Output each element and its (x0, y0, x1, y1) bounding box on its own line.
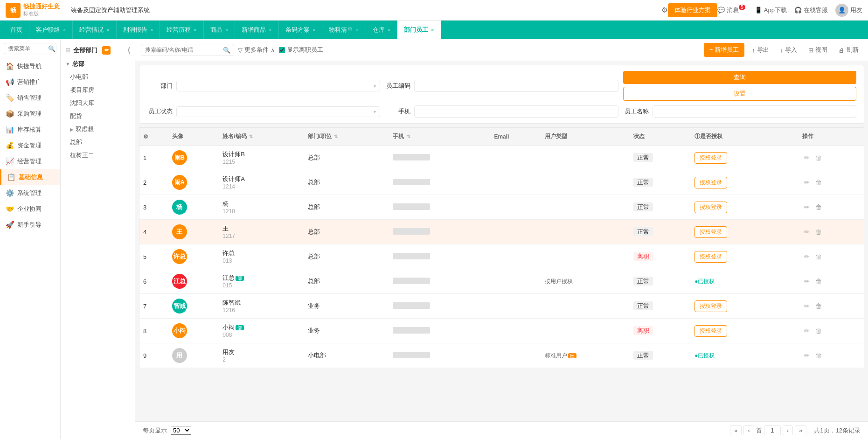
close-icon[interactable]: × (388, 27, 390, 33)
tab-new-product[interactable]: 新增商品 × (235, 21, 278, 39)
employee-code-input[interactable] (414, 80, 618, 92)
close-icon[interactable]: × (269, 27, 271, 33)
next-page-btn[interactable]: › (783, 425, 793, 435)
tree-item-zongbu-child[interactable]: 总部 (61, 136, 135, 149)
employee-name-input[interactable] (653, 105, 856, 118)
sidebar-item-system[interactable]: ⚙️ 系统管理 (0, 185, 60, 201)
tab-department[interactable]: 部门员工 × (397, 21, 441, 39)
gear-button[interactable]: ⚙ (661, 6, 668, 14)
add-employee-btn[interactable]: + 新增员工 (704, 43, 744, 57)
import-btn[interactable]: ↓ 导入 (777, 43, 801, 56)
close-icon[interactable]: × (150, 27, 153, 33)
delete-btn[interactable]: 🗑 (813, 277, 824, 286)
phone-input[interactable] (414, 105, 618, 118)
edit-btn[interactable]: ✏ (802, 252, 812, 261)
app-download-action[interactable]: 📱 App下载 (755, 6, 787, 14)
show-resigned-label[interactable]: 显示离职员工 (279, 46, 323, 54)
delete-btn[interactable]: 🗑 (813, 227, 824, 237)
auth-login-btn[interactable]: 授权登录 (694, 202, 727, 213)
cell-dept: 业务 (304, 294, 389, 319)
online-service-action[interactable]: 🎧 在线客服 (794, 6, 828, 14)
edit-btn[interactable]: ✏ (802, 277, 812, 286)
tab-barcode[interactable]: 条码方案 × (279, 21, 322, 39)
auth-login-btn[interactable]: 授权登录 (694, 177, 727, 188)
auth-login-btn[interactable]: 授权登录 (694, 325, 727, 337)
view-btn[interactable]: ⊞ 视图 (805, 43, 831, 56)
close-icon[interactable]: × (194, 27, 196, 33)
tree-group-zongbu[interactable]: ▼ 总部 (61, 57, 135, 70)
user-action[interactable]: 👤 用友 (835, 4, 862, 17)
set-btn[interactable]: 设置 (623, 87, 856, 101)
delete-btn[interactable]: 🗑 (813, 326, 824, 335)
auth-login-btn[interactable]: 授权登录 (694, 152, 727, 164)
cell-name: 设计师A 1214 (219, 170, 304, 195)
per-page-select[interactable]: 50 20 100 (171, 426, 191, 435)
tab-warehouse[interactable]: 仓库 × (366, 21, 397, 39)
status-select[interactable]: ▾ (176, 106, 380, 117)
print-btn[interactable]: 🖨 刷新 (835, 43, 862, 56)
delete-btn[interactable]: 🗑 (813, 178, 824, 187)
edit-btn[interactable]: ✏ (802, 326, 812, 335)
dept-select[interactable]: ▾ (176, 81, 380, 91)
prev-page-btn[interactable]: ‹ (743, 425, 754, 435)
export-btn[interactable]: ↑ 导出 (748, 43, 773, 56)
tab-home[interactable]: 首页 (4, 21, 29, 39)
message-action[interactable]: 💬 消息 5 (717, 6, 747, 14)
search-input[interactable] (141, 44, 234, 56)
edit-btn[interactable]: ✏ (802, 351, 812, 360)
sidebar-item-finance[interactable]: 💰 资金管理 (0, 138, 60, 153)
tree-item-zhishuwanger[interactable]: 植树王二 (61, 149, 135, 162)
tree-item-xiaodibu[interactable]: 小电部 (61, 70, 135, 84)
delete-btn[interactable]: 🗑 (813, 202, 824, 212)
auth-login-btn[interactable]: 授权登录 (694, 251, 727, 263)
tree-item-shenyang[interactable]: 沈阳大库 (61, 97, 135, 110)
sidebar-item-cooperation[interactable]: 🤝 企业协同 (0, 201, 60, 217)
close-icon[interactable]: × (312, 27, 315, 33)
delete-btn[interactable]: 🗑 (813, 301, 824, 311)
auth-login-btn[interactable]: 授权登录 (694, 226, 727, 238)
sidebar-item-basic[interactable]: 📋 基础信息 (0, 169, 60, 185)
sidebar-item-inventory[interactable]: 📊 库存核算 (0, 122, 60, 138)
close-icon[interactable]: × (106, 27, 109, 33)
close-icon[interactable]: × (431, 27, 434, 33)
sidebar-item-management[interactable]: 📈 经营管理 (0, 153, 60, 169)
tab-products[interactable]: 商品 × (204, 21, 235, 39)
tree-item-peihuo[interactable]: 配货 (61, 110, 135, 123)
delete-btn[interactable]: 🗑 (813, 351, 824, 360)
tab-operations[interactable]: 经营情况 × (73, 21, 116, 39)
tree-item-shuangluxiang[interactable]: ▶双虑想 (61, 123, 135, 136)
last-page-btn[interactable]: » (795, 425, 806, 435)
edit-btn[interactable]: ✏ (802, 227, 812, 237)
delete-btn[interactable]: 🗑 (813, 252, 824, 261)
col-name: 姓名/编码 ⇅ (219, 128, 304, 146)
show-resigned-checkbox[interactable] (279, 47, 285, 53)
tree-item-xiangmuinfo[interactable]: 项目库房 (61, 84, 135, 97)
tab-customer[interactable]: 客户联络 × (29, 21, 73, 39)
sidebar-item-sales[interactable]: 🏷️ 销售管理 (0, 90, 60, 106)
edit-btn[interactable]: ✏ (802, 153, 812, 162)
tab-history[interactable]: 经营历程 × (160, 21, 203, 39)
sidebar-item-purchase[interactable]: 📦 采购管理 (0, 106, 60, 122)
more-filters-btn[interactable]: ▽ 更多条件 ∧ (238, 46, 275, 54)
close-icon[interactable]: × (225, 27, 228, 33)
auth-login-btn[interactable]: 授权登录 (694, 300, 727, 312)
first-page-btn[interactable]: « (730, 425, 742, 435)
sidebar-item-newguide[interactable]: 🚀 新手引导 (0, 217, 60, 233)
query-btn[interactable]: 查询 (623, 71, 856, 84)
sidebar-item-quicknav[interactable]: 🏠 快捷导航 (0, 58, 60, 74)
filter-row-dept: 部门 ▾ (147, 81, 380, 91)
collapse-tree-btn[interactable]: ⟨ (127, 46, 130, 55)
edit-btn[interactable]: ✏ (802, 202, 812, 212)
tab-bom[interactable]: 物料清单 × (322, 21, 366, 39)
tab-profit[interactable]: 利润报告 × (117, 21, 160, 39)
delete-btn[interactable]: 🗑 (813, 153, 824, 162)
close-icon[interactable]: × (356, 27, 359, 33)
page-input[interactable] (764, 425, 781, 435)
sidebar-item-marketing[interactable]: 📢 营销推广 (0, 74, 60, 90)
close-icon[interactable]: × (63, 27, 66, 33)
edit-dept-icon[interactable]: ✏ (102, 46, 111, 55)
trial-button[interactable]: 体验行业方案 (668, 3, 717, 17)
avatar: 许总 (172, 249, 187, 264)
edit-btn[interactable]: ✏ (802, 178, 812, 187)
edit-btn[interactable]: ✏ (802, 301, 812, 311)
